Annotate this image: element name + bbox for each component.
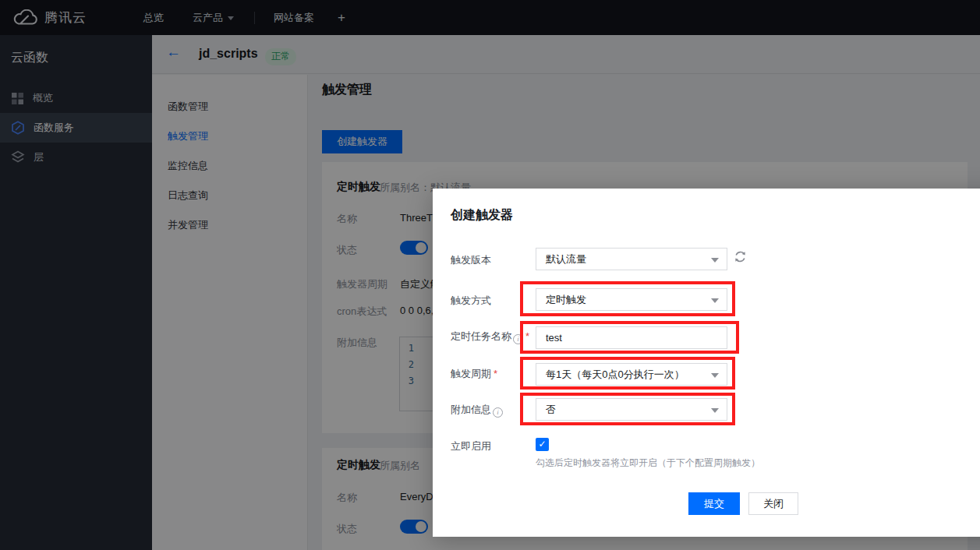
create-trigger-modal: 创建触发器 触发版本 默认流量 触发方式 定时触发 定时任务名称i* 触发周期* bbox=[433, 189, 980, 537]
close-button[interactable]: 关闭 bbox=[748, 492, 798, 515]
label-task-name: 定时任务名称i* bbox=[451, 330, 529, 344]
modal-title: 创建触发器 bbox=[451, 207, 513, 224]
label-enable-now: 立即启用 bbox=[451, 439, 491, 453]
enable-now-checkbox[interactable]: ✓ bbox=[536, 438, 549, 451]
label-trigger-type: 触发方式 bbox=[451, 294, 491, 308]
select-caret-icon bbox=[711, 408, 719, 413]
label-trigger-cycle: 触发周期* bbox=[451, 367, 497, 381]
select-caret-icon bbox=[711, 373, 719, 378]
label-extra-info: 附加信息i bbox=[451, 403, 503, 418]
task-name-input[interactable] bbox=[536, 326, 727, 349]
info-icon[interactable]: i bbox=[493, 407, 503, 418]
select-extra-info[interactable]: 否 bbox=[536, 398, 727, 421]
select-caret-icon bbox=[711, 298, 719, 303]
select-trigger-cycle[interactable]: 每1天（每天0点0分执行一次） bbox=[536, 363, 727, 386]
app-window: 腾讯云 总览 云产品 网站备案 + 云函数 概览 bbox=[0, 0, 980, 550]
select-caret-icon bbox=[711, 258, 719, 263]
label-trigger-version: 触发版本 bbox=[451, 253, 491, 267]
refresh-icon[interactable] bbox=[734, 250, 747, 266]
select-trigger-version[interactable]: 默认流量 bbox=[536, 248, 727, 270]
required-asterisk: * bbox=[494, 368, 497, 379]
info-icon[interactable]: i bbox=[513, 334, 523, 344]
submit-button[interactable]: 提交 bbox=[688, 492, 740, 515]
required-asterisk: * bbox=[525, 330, 529, 342]
enable-helper-text: 勾选后定时触发器将立即开启（于下个配置周期触发） bbox=[536, 457, 760, 470]
select-trigger-type[interactable]: 定时触发 bbox=[536, 288, 727, 311]
